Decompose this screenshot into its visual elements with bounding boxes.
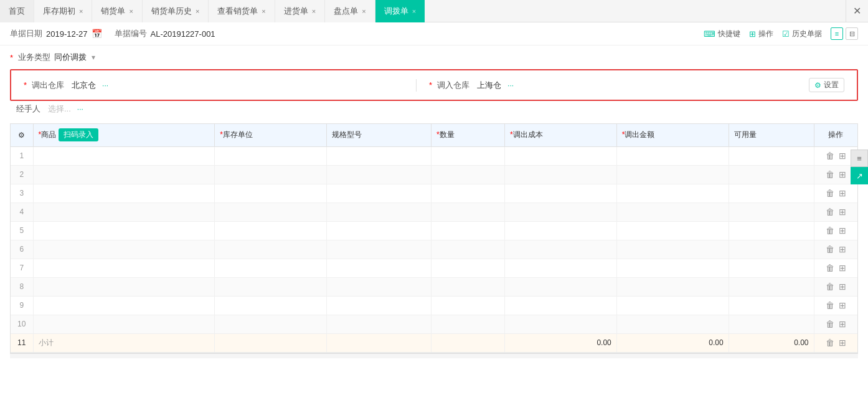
shortcuts-button[interactable]: ⌨ 快捷键 [704, 29, 740, 39]
cell-amount[interactable] [616, 296, 729, 315]
delete-icon[interactable]: 🗑 [826, 319, 834, 329]
cell-qty[interactable] [431, 259, 504, 277]
cell-unit[interactable] [215, 277, 327, 296]
tab-close-inventory-init[interactable]: × [79, 7, 83, 15]
tab-close-view-sales[interactable]: × [262, 7, 265, 15]
calendar-icon[interactable]: 📅 [92, 29, 102, 39]
cell-unit[interactable] [215, 221, 327, 240]
copy-icon[interactable]: ⊞ [839, 263, 846, 273]
cell-available[interactable] [729, 296, 814, 315]
delete-icon[interactable]: 🗑 [826, 188, 834, 198]
cell-available[interactable] [729, 221, 814, 240]
cell-spec[interactable] [327, 146, 432, 165]
tab-stocktaking[interactable]: 盘点单 × [325, 0, 375, 22]
cell-product[interactable] [33, 221, 215, 240]
history-button[interactable]: ☑ 历史单据 [782, 29, 822, 39]
handler-more[interactable]: ··· [77, 105, 83, 113]
cell-unit[interactable] [215, 165, 327, 184]
cell-available[interactable] [729, 165, 814, 184]
cell-qty[interactable] [431, 146, 504, 165]
cell-qty[interactable] [431, 315, 504, 333]
delete-icon[interactable]: 🗑 [826, 300, 834, 310]
cell-amount[interactable] [616, 146, 729, 165]
cell-qty[interactable] [431, 184, 504, 202]
tab-sales-order[interactable]: 销货单 × [92, 0, 142, 22]
cell-amount[interactable] [616, 315, 729, 333]
cell-qty[interactable] [431, 202, 504, 221]
tab-close-transfer[interactable]: × [412, 7, 416, 15]
cell-product[interactable] [33, 240, 215, 259]
scroll-bar[interactable] [10, 353, 858, 358]
cell-available[interactable] [729, 240, 814, 259]
th-gear[interactable]: ⚙ [11, 124, 33, 146]
cell-product[interactable] [33, 184, 215, 202]
copy-icon[interactable]: ⊞ [839, 151, 846, 161]
cell-amount[interactable] [616, 165, 729, 184]
business-type-select[interactable]: 同价调拨 ▾ [54, 52, 129, 63]
cell-unit[interactable] [215, 202, 327, 221]
copy-icon[interactable]: ⊞ [839, 226, 846, 236]
tab-sales-history[interactable]: 销货单历史 × [143, 0, 209, 22]
delete-icon[interactable]: 🗑 [826, 282, 834, 292]
copy-icon[interactable]: ⊞ [839, 169, 846, 179]
warehouse-out-more[interactable]: ··· [102, 81, 108, 90]
cell-spec[interactable] [327, 202, 432, 221]
tab-close-sales-history[interactable]: × [196, 7, 199, 15]
cell-product[interactable] [33, 277, 215, 296]
cell-product[interactable] [33, 202, 215, 221]
cell-cost[interactable] [504, 221, 616, 240]
copy-icon[interactable]: ⊞ [839, 338, 846, 348]
copy-icon[interactable]: ⊞ [839, 319, 846, 329]
cell-product[interactable] [33, 146, 215, 165]
cell-qty[interactable] [431, 277, 504, 296]
float-export-icon[interactable]: ↗ [851, 167, 868, 184]
tab-close-sales-order[interactable]: × [129, 7, 133, 15]
cell-unit[interactable] [215, 296, 327, 315]
cell-cost[interactable] [504, 296, 616, 315]
cell-cost[interactable] [504, 184, 616, 202]
delete-icon[interactable]: 🗑 [826, 226, 834, 236]
handler-placeholder[interactable]: 选择... [48, 103, 71, 115]
layout-icon-list[interactable]: ≡ [831, 27, 843, 40]
cell-spec[interactable] [327, 240, 432, 259]
cell-unit[interactable] [215, 146, 327, 165]
cell-spec[interactable] [327, 315, 432, 333]
cell-product[interactable] [33, 165, 215, 184]
cell-qty[interactable] [431, 296, 504, 315]
delete-icon[interactable]: 🗑 [826, 244, 834, 254]
cell-unit[interactable] [215, 184, 327, 202]
cell-available[interactable] [729, 259, 814, 277]
cell-cost[interactable] [504, 315, 616, 333]
cell-spec[interactable] [327, 165, 432, 184]
cell-amount[interactable] [616, 259, 729, 277]
cell-available[interactable] [729, 184, 814, 202]
tab-inventory-init[interactable]: 库存期初 × [34, 0, 92, 22]
copy-icon[interactable]: ⊞ [839, 244, 846, 254]
cell-cost[interactable] [504, 202, 616, 221]
delete-icon[interactable]: 🗑 [826, 207, 834, 217]
delete-icon[interactable]: 🗑 [826, 151, 834, 161]
cell-available[interactable] [729, 146, 814, 165]
window-close-button[interactable]: ✕ [846, 0, 868, 22]
cell-spec[interactable] [327, 221, 432, 240]
warehouse-in-more[interactable]: ··· [507, 81, 514, 90]
cell-cost[interactable] [504, 277, 616, 296]
copy-icon[interactable]: ⊞ [839, 300, 846, 310]
cell-unit[interactable] [215, 315, 327, 333]
cell-qty[interactable] [431, 221, 504, 240]
cell-cost[interactable] [504, 240, 616, 259]
cell-product[interactable] [33, 296, 215, 315]
tab-view-sales[interactable]: 查看销货单 × [209, 0, 275, 22]
cell-spec[interactable] [327, 184, 432, 202]
cell-spec[interactable] [327, 277, 432, 296]
operations-button[interactable]: ⊞ 操作 [749, 29, 773, 39]
cell-spec[interactable] [327, 259, 432, 277]
cell-amount[interactable] [616, 184, 729, 202]
cell-qty[interactable] [431, 240, 504, 259]
cell-unit[interactable] [215, 259, 327, 277]
cell-available[interactable] [729, 277, 814, 296]
cell-product[interactable] [33, 259, 215, 277]
cell-qty[interactable] [431, 165, 504, 184]
tab-home[interactable]: 首页 [0, 0, 34, 22]
cell-cost[interactable] [504, 259, 616, 277]
